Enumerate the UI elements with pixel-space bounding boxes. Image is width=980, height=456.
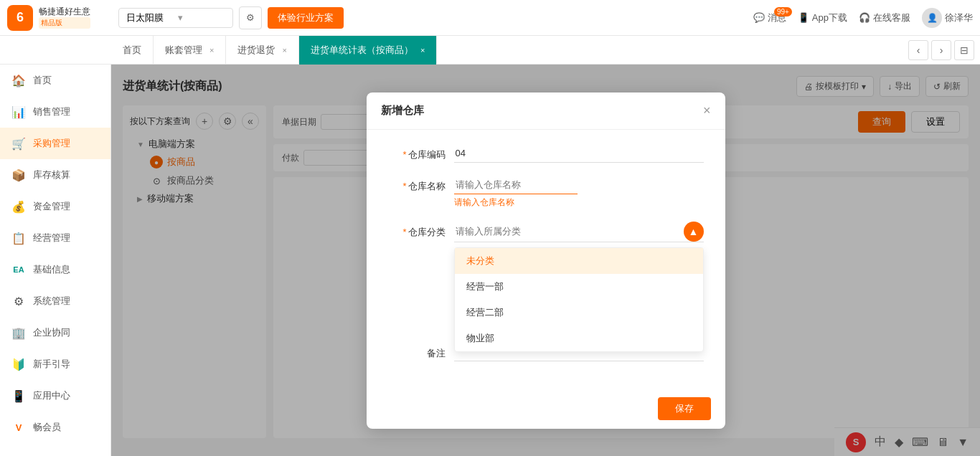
sidebar-item-label-home: 首页 [33,74,52,87]
message-item[interactable]: 💬 消息 99+ [753,11,786,24]
vip-icon: V [11,420,26,434]
gear-icon: ⚙ [246,12,255,23]
tab-account-label: 账套管理 [165,44,202,57]
sidebar-item-sales[interactable]: 📊 销售管理 [0,96,110,128]
modal-overlay[interactable]: 新增仓库 × *仓库编码 *仓库名称 [111,65,980,456]
warehouse-name-label: *仓库名称 [388,176,446,193]
message-badge: 99+ [774,7,792,16]
warehouse-name-error: 请输入仓库名称 [454,196,578,209]
sidebar-item-label-basic-info: 基础信息 [33,263,70,276]
sidebar-item-app-center[interactable]: 📱 应用中心 [0,380,110,412]
warehouse-code-label: *仓库编码 [388,144,446,161]
inventory-icon: 📦 [11,168,26,182]
basic-info-icon: EA [11,262,26,277]
operations-icon: 📋 [11,231,26,245]
modal-footer: 保存 [367,389,725,429]
chevron-down-icon: ▾ [178,12,226,23]
logo-text-area: 畅捷通好生意 精品版 [39,6,90,29]
sales-icon: 📊 [11,105,26,119]
sidebar-item-label-inventory: 库存核算 [33,168,70,181]
sidebar-item-basic-info[interactable]: EA 基础信息 [0,254,110,285]
tab-account[interactable]: 账套管理 × [154,36,226,65]
sidebar-item-label-finance: 资金管理 [33,200,70,213]
sidebar-item-operations[interactable]: 📋 经营管理 [0,222,110,254]
tab-menu-button[interactable]: ⊟ [954,40,974,60]
category-option-operations2[interactable]: 经营二部 [455,300,703,326]
sidebar-item-label-operations: 经营管理 [33,232,70,244]
sidebar-item-home[interactable]: 🏠 首页 [0,65,110,96]
app-download-label: App下载 [812,11,847,24]
sidebar-item-system[interactable]: ⚙ 系统管理 [0,285,110,317]
warehouse-category-row: *仓库分类 ▲ 未分类 经 [388,222,704,242]
store-name: 日太阳膜 [126,11,174,24]
warehouse-category-input[interactable] [454,222,684,240]
online-service-label: 在线客服 [873,11,910,24]
tab-home[interactable]: 首页 [111,36,154,65]
logo-name: 畅捷通好生意 [39,6,90,18]
purchase-icon: 🛒 [11,136,26,151]
enterprise-icon: 🏢 [11,326,26,340]
system-icon: ⚙ [11,294,26,308]
warehouse-name-wrapper: 请输入仓库名称 [454,176,578,209]
sidebar-item-purchase[interactable]: 🛒 采购管理 [0,128,110,159]
warehouse-name-row: *仓库名称 请输入仓库名称 [388,176,704,209]
warehouse-name-input[interactable] [454,176,578,194]
sidebar-item-label-guide: 新手引导 [33,358,70,371]
tab-purchase-stats[interactable]: 进货单统计表（按商品） × [299,36,437,65]
content-area: 进货单统计(按商品) 🖨 按模板打印 ▾ ↓ 导出 ↺ 刷新 [111,65,980,456]
category-option-operations1[interactable]: 经营一部 [455,274,703,300]
modal-close-button[interactable]: × [703,104,711,117]
tab-account-close[interactable]: × [209,46,214,54]
modal-title: 新增仓库 [381,104,424,118]
sidebar-item-label-sales: 销售管理 [33,105,70,118]
headset-icon: 🎧 [859,12,870,23]
sidebar-item-enterprise[interactable]: 🏢 企业协同 [0,317,110,348]
category-dropdown: 未分类 经营一部 经营二部 物业部 [454,247,704,352]
sidebar-item-finance[interactable]: 💰 资金管理 [0,191,110,222]
sidebar-item-vip[interactable]: V 畅会员 [0,412,110,443]
app-download-item[interactable]: 📱 App下载 [798,11,847,24]
online-service-item[interactable]: 🎧 在线客服 [859,11,910,24]
username-label: 徐泽华 [945,11,973,24]
sidebar-item-guide[interactable]: 🔰 新手引导 [0,348,110,380]
category-toggle-button[interactable]: ▲ [684,222,704,242]
tab-purchase-return[interactable]: 进货退货 × [226,36,298,65]
add-warehouse-modal: 新增仓库 × *仓库编码 *仓库名称 [367,92,725,429]
nav-right: 💬 消息 99+ 📱 App下载 🎧 在线客服 👤 徐泽华 [753,8,973,28]
sidebar-item-label-purchase: 采购管理 [33,137,70,150]
tab-prev-button[interactable]: ‹ [908,40,928,60]
finance-icon: 💰 [11,199,26,214]
main-layout: 🏠 首页 📊 销售管理 🛒 采购管理 📦 库存核算 💰 资金管理 📋 经营管理 … [0,65,980,456]
guide-icon: 🔰 [11,357,26,371]
logo-sub: 精品版 [39,17,90,29]
modal-body: *仓库编码 *仓库名称 请输入仓库名称 [367,130,725,389]
warehouse-code-input[interactable] [454,144,704,163]
logo-area: 6 畅捷通好生意 精品版 [7,5,118,31]
sidebar: 🏠 首页 📊 销售管理 🛒 采购管理 📦 库存核算 💰 资金管理 📋 经营管理 … [0,65,111,456]
avatar: 👤 [922,8,942,28]
tab-purchase-stats-close[interactable]: × [420,46,425,54]
settings-button[interactable]: ⚙ [239,6,262,29]
modal-save-button[interactable]: 保存 [658,397,711,420]
app-center-icon: 📱 [11,389,26,403]
tab-next-button[interactable]: › [931,40,951,60]
home-icon: 🏠 [11,73,26,87]
category-option-unclassified[interactable]: 未分类 [455,248,703,274]
warehouse-category-label: *仓库分类 [388,222,446,239]
phone-icon: 📱 [798,12,809,23]
category-option-property[interactable]: 物业部 [455,326,703,351]
sidebar-item-label-app-center: 应用中心 [33,389,70,402]
sidebar-item-label-system: 系统管理 [33,295,70,308]
tab-purchase-return-close[interactable]: × [282,46,286,54]
tab-controls: ‹ › ⊟ [908,40,980,60]
warehouse-category-wrapper: ▲ 未分类 经营一部 经营二部 物业部 [454,222,704,242]
tab-purchase-return-label: 进货退货 [237,44,275,57]
tab-purchase-stats-label: 进货单统计表（按商品） [311,44,413,57]
tab-bar: 首页 账套管理 × 进货退货 × 进货单统计表（按商品） × ‹ › ⊟ [0,36,980,65]
user-item[interactable]: 👤 徐泽华 [922,8,973,28]
modal-header: 新增仓库 × [367,92,725,130]
try-industry-button[interactable]: 体验行业方案 [268,7,344,29]
store-selector[interactable]: 日太阳膜 ▾ [118,8,233,28]
sidebar-item-inventory[interactable]: 📦 库存核算 [0,159,110,191]
sidebar-item-label-vip: 畅会员 [33,421,61,434]
